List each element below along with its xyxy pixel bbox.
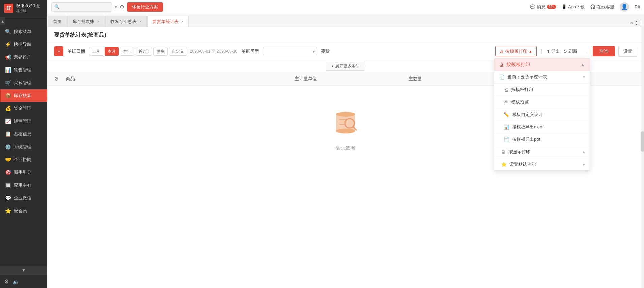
sidebar-item-sales[interactable]: 📊 销售管理 (0, 64, 47, 76)
dropdown-template-custom[interactable]: ✏️ 模板自定义设计 (494, 108, 590, 121)
sidebar-item-inventory[interactable]: 📦 库存核算 (0, 89, 47, 102)
sidebar-item-label: 应用中心 (14, 182, 31, 188)
refresh-icon: ↻ (563, 49, 567, 54)
sidebar-item-label: 搜索菜单 (14, 29, 31, 35)
preview-icon: 👁 (504, 99, 508, 105)
empty-svg (329, 106, 362, 139)
current-template-arrow: ▾ (583, 75, 585, 79)
volume-icon[interactable]: 🔈 (13, 278, 20, 285)
print-dropdown-arrow: ▲ (529, 49, 532, 53)
template-print-label: 按模板打印 (511, 87, 533, 93)
message-badge: 99+ (547, 5, 556, 9)
topbar-gear-icon[interactable]: ⚙ (120, 4, 124, 10)
empty-text: 暂无数据 (336, 145, 355, 151)
date-btn-custom[interactable]: 自定义 (169, 47, 187, 56)
dropdown-display-print[interactable]: 🖥 按显示打印 ▸ (494, 146, 590, 158)
date-btn-this-month[interactable]: 本月 (105, 47, 119, 56)
setting-btn[interactable]: 设置 (618, 46, 637, 57)
scroll-up-arrow[interactable]: ▲ (0, 17, 5, 25)
date-range-display: 2023-06-01 至 2023-06-30 (190, 49, 237, 54)
app-download-action[interactable]: 📱 App下载 (561, 4, 585, 10)
sidebar-item-system[interactable]: ⚙️ 系统管理 (0, 140, 47, 153)
printer-icon: 🖨 (500, 49, 504, 54)
tab-order-stats[interactable]: 要货单统计表 × (147, 16, 189, 27)
toolbar-separator-icon[interactable]: | (540, 48, 543, 54)
sidebar-item-search[interactable]: 🔍 搜索菜单 (0, 25, 47, 38)
sidebar-item-basic[interactable]: 📋 基础信息 (0, 128, 47, 140)
dropdown-arrow-icon[interactable]: ▾ (115, 4, 117, 10)
sidebar-item-label: 经营管理 (14, 118, 31, 124)
date-btn-last-month[interactable]: 上月 (89, 47, 103, 56)
refresh-btn[interactable]: ↻ 刷新 (563, 48, 577, 54)
svg-rect-1 (336, 114, 355, 131)
tab-inventory-batch-close[interactable]: × (97, 19, 99, 24)
query-btn[interactable]: 查询 (593, 46, 615, 56)
sidebar-item-shortcut[interactable]: ⚡ 快捷导航 (0, 38, 47, 51)
sidebar-item-marketing[interactable]: 📢 营销推广 (0, 51, 47, 64)
online-service-action[interactable]: 🎧 在线客服 (590, 4, 614, 10)
dropdown-export-pdf[interactable]: 📄 按模板导出pdf (494, 133, 590, 146)
scrollbar-thumb[interactable] (641, 131, 644, 152)
sidebar-item-label: 营销推广 (14, 54, 31, 60)
dropdown-export-excel[interactable]: 📊 按模板导出excel (494, 121, 590, 133)
tab-home[interactable]: 首页 (48, 16, 67, 27)
sidebar-item-wechat[interactable]: 💬 企业微信 (0, 192, 47, 204)
print-dropdown-menu: 🖨 按模板打印 ▲ 📄 当前：要货单统计表 ▾ 🖨 按模板打印 👁 模板预览 (494, 58, 590, 171)
scroll-down-arrow[interactable]: ▼ (0, 266, 47, 275)
clipboard-icon: 📋 (5, 131, 11, 137)
type-select[interactable] (263, 47, 317, 55)
target-icon: 🎯 (5, 169, 11, 175)
tab-expand-icon[interactable]: ⛶ (636, 20, 641, 26)
trial-btn[interactable]: 体验行业方案 (127, 2, 163, 12)
expand-more-label: 展开更多条件 (335, 63, 359, 69)
print-template-btn[interactable]: 🖨 按模板打印 ▲ (495, 46, 537, 56)
set-default-icon: ⭐ (501, 162, 507, 167)
date-btn-7days[interactable]: 近7天 (136, 47, 152, 56)
date-btn-this-year[interactable]: 本年 (120, 47, 134, 56)
scroll-up-btn[interactable]: ▲ (0, 17, 5, 25)
col-header-unit: 主计量单位 (295, 76, 409, 82)
dropdown-template-print[interactable]: 🖨 按模板打印 (494, 84, 590, 96)
tab-receipt-summary[interactable]: 收发存汇总表 × (105, 16, 147, 27)
export-icon: ⬆ (546, 49, 550, 54)
username-label[interactable]: Rit (635, 4, 640, 9)
expand-more-btn[interactable]: ▾ 展开更多条件 (326, 62, 365, 71)
tab-receipt-summary-close[interactable]: × (139, 19, 142, 24)
type-filter-label: 单据类型 (241, 48, 259, 54)
date-btn-more[interactable]: 更多 (153, 47, 168, 56)
message-action[interactable]: 💬 消息 99+ (530, 4, 556, 10)
settings-col-icon[interactable]: ⚙ (54, 76, 58, 82)
settings-footer-icon[interactable]: ⚙ (4, 278, 9, 285)
sidebar-item-newbie[interactable]: 🎯 新手引导 (0, 166, 47, 179)
topbar-search-input[interactable] (61, 5, 101, 9)
right-scrollbar[interactable] (641, 27, 644, 288)
export-btn[interactable]: ⬆ 导出 (546, 48, 560, 54)
sidebar-item-purchase[interactable]: 🛒 采购管理 (0, 76, 47, 89)
dropdown-title: 🖨 按模板打印 (499, 62, 530, 68)
tab-close-all-icon[interactable]: × (630, 20, 633, 27)
sidebar-item-collab[interactable]: 🤝 企业协同 (0, 153, 47, 166)
sidebar-item-member[interactable]: ⭐ 畅会员 (0, 204, 47, 217)
app-logo: 好 畅康通好生意 标准版 (0, 0, 47, 17)
printer-header-icon: 🖨 (499, 62, 504, 68)
gear-icon: ⚙️ (5, 144, 11, 150)
sidebar-item-apps[interactable]: 🔲 应用中心 (0, 179, 47, 192)
empty-illustration (329, 106, 362, 139)
sidebar-item-finance[interactable]: 💰 资金管理 (0, 102, 47, 115)
date-filter-label: 单据日期 (67, 48, 85, 54)
dropdown-close-btn[interactable]: ▲ (580, 62, 585, 67)
set-default-arrow: ▸ (583, 162, 585, 167)
money-icon: 💰 (5, 105, 11, 111)
tab-order-stats-close[interactable]: × (181, 19, 184, 24)
dropdown-current-template[interactable]: 📄 当前：要货单统计表 ▾ (494, 71, 590, 84)
dropdown-template-preview[interactable]: 👁 模板预览 (494, 96, 590, 108)
tabbar: 首页 库存批次账 × 收发存汇总表 × 要货单统计表 × × ⛶ (47, 14, 644, 27)
sidebar-item-label: 企业协同 (14, 157, 31, 163)
more-actions-icon[interactable]: … (581, 48, 589, 55)
sidebar-item-operations[interactable]: 📈 经营管理 (0, 115, 47, 128)
dropdown-set-default[interactable]: ⭐ 设置默认功能 ▸ (494, 158, 590, 170)
tab-inventory-batch[interactable]: 库存批次账 × (67, 16, 105, 27)
filter-expand-btn[interactable]: » (54, 46, 63, 56)
export-label: 导出 (551, 48, 560, 54)
user-avatar[interactable]: 👤 (620, 2, 629, 12)
